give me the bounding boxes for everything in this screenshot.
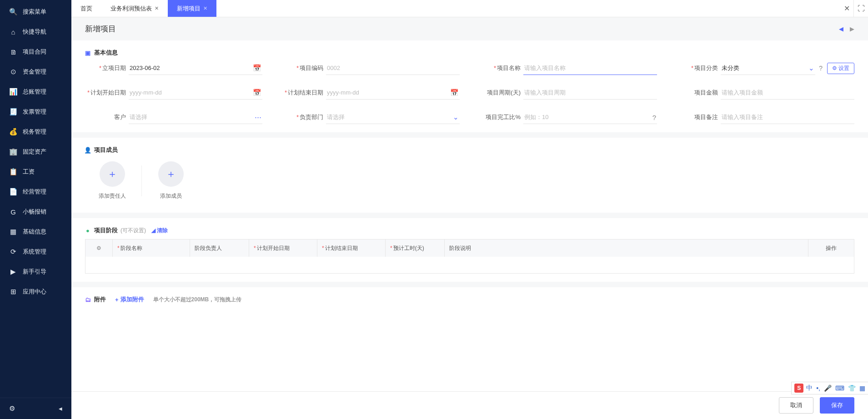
sidebar-item-expense[interactable]: G小畅报销 xyxy=(0,202,71,222)
sidebar-item-invoice[interactable]: 🧾发票管理 xyxy=(0,102,71,122)
ime-lang[interactable]: 中 xyxy=(806,384,813,392)
project-category-select[interactable] xyxy=(721,61,815,75)
col-header: 预计工时(天) xyxy=(393,244,424,252)
project-period-input[interactable] xyxy=(523,86,657,100)
gear-icon: ⚙ xyxy=(832,65,837,71)
field-label: 项目编码 xyxy=(300,65,323,71)
sidebar-item-label: 基础信息 xyxy=(23,228,46,236)
sidebar-item-label: 新手引导 xyxy=(23,268,46,276)
col-header: 阶段说明 xyxy=(449,244,471,252)
tab-new-project[interactable]: 新增项目✕ xyxy=(168,0,216,17)
section-title-basic: 基本信息 xyxy=(94,49,118,57)
help-icon[interactable]: ? xyxy=(652,114,656,121)
phase-table-body[interactable] xyxy=(85,257,854,273)
phase-settings-column[interactable]: ⚙ xyxy=(85,239,113,257)
more-icon[interactable]: ⋯ xyxy=(255,113,261,121)
close-icon[interactable]: ✕ xyxy=(203,5,207,11)
calendar-icon[interactable]: 📅 xyxy=(253,89,261,97)
field-label: 项目完工比% xyxy=(486,114,521,120)
section-title-members: 项目成员 xyxy=(94,146,118,154)
sidebar-item-quicknav[interactable]: ⌂快捷导航 xyxy=(0,22,71,42)
field-label: 项目备注 xyxy=(694,114,718,120)
sidebar-search-label: 搜索菜单 xyxy=(23,8,46,16)
grid-icon: ▦ xyxy=(9,228,17,236)
sidebar-item-guide[interactable]: ▶新手引导 xyxy=(0,262,71,282)
department-select[interactable] xyxy=(326,110,460,124)
invoice-icon: 🧾 xyxy=(9,108,17,116)
estab-date-input[interactable] xyxy=(129,61,262,75)
plan-end-input[interactable] xyxy=(326,86,460,100)
ime-punct-icon[interactable]: •, xyxy=(816,384,820,392)
chevron-down-icon[interactable]: ⌄ xyxy=(453,113,459,121)
section-title-phases: 项目阶段 xyxy=(94,226,118,234)
save-button[interactable]: 保存 xyxy=(820,397,854,414)
ime-skin-icon[interactable]: 👕 xyxy=(848,384,856,392)
fullscreen-button[interactable]: ⛶ xyxy=(853,0,868,17)
section-subtitle: (可不设置) xyxy=(120,227,146,234)
field-label: 项目周期(天) xyxy=(487,89,521,96)
stage-icon: ● xyxy=(85,228,90,233)
guide-icon: ▶ xyxy=(9,268,17,276)
collapse-icon[interactable]: ◂ xyxy=(59,404,62,413)
calendar-icon[interactable]: 📅 xyxy=(253,64,261,72)
col-header: 操作 xyxy=(826,244,837,252)
project-amount-input[interactable] xyxy=(721,86,854,100)
calendar-icon[interactable]: 📅 xyxy=(450,89,459,97)
ime-keyboard-icon[interactable]: ⌨ xyxy=(835,384,844,392)
field-label: 客户 xyxy=(114,114,126,120)
category-settings-button[interactable]: ⚙设置 xyxy=(827,63,854,74)
field-label: 计划结束日期 xyxy=(288,89,323,96)
sidebar-item-apps[interactable]: ⊞应用中心 xyxy=(0,282,71,302)
remark-input[interactable] xyxy=(721,110,854,124)
plus-icon: ＋ xyxy=(107,167,117,181)
info-icon: ▣ xyxy=(85,50,90,55)
customer-select[interactable] xyxy=(129,110,262,124)
help-icon[interactable]: ? xyxy=(819,65,823,72)
page-title: 新增项目 xyxy=(85,24,839,34)
prev-record-button[interactable]: ◀ xyxy=(839,25,843,32)
close-all-button[interactable]: ✕ xyxy=(840,0,853,17)
col-header: 计划开始日期 xyxy=(257,244,290,252)
add-owner-button[interactable]: ＋ 添加责任人 xyxy=(85,161,140,200)
sidebar-item-label: 工资 xyxy=(23,168,35,176)
plan-start-input[interactable] xyxy=(129,86,262,100)
add-member-label: 添加成员 xyxy=(160,192,182,200)
chevron-down-icon[interactable]: ⌄ xyxy=(808,64,814,72)
plus-icon: ＋ xyxy=(166,167,176,181)
page-header: 新增项目 ◀ ▶ xyxy=(71,17,868,40)
tab-home[interactable]: 首页 xyxy=(71,0,101,17)
completion-input[interactable] xyxy=(523,110,657,124)
sidebar-item-contract[interactable]: 🗎项目合同 xyxy=(0,42,71,62)
ime-mic-icon[interactable]: 🎤 xyxy=(824,384,832,392)
ime-menu-icon[interactable]: ▦ xyxy=(859,384,865,392)
col-header: 计划结束日期 xyxy=(325,244,358,252)
topbar: 首页 业务利润预估表✕ 新增项目✕ ✕ ⛶ xyxy=(71,0,868,17)
attachment-icon: 🗂 xyxy=(85,297,90,302)
sidebar-item-payroll[interactable]: 📋工资 xyxy=(0,162,71,182)
person-icon: 👤 xyxy=(85,147,90,153)
cancel-button[interactable]: 取消 xyxy=(779,397,813,414)
sidebar-item-system[interactable]: ⟳系统管理 xyxy=(0,242,71,262)
sidebar-item-funds[interactable]: ⊙资金管理 xyxy=(0,62,71,82)
sidebar-item-tax[interactable]: 💰税务管理 xyxy=(0,122,71,142)
add-member-button[interactable]: ＋ 添加成员 xyxy=(144,161,198,200)
gear-icon[interactable]: ⚙ xyxy=(9,404,15,413)
tab-label: 业务利润预估表 xyxy=(110,5,152,13)
sidebar-item-basic[interactable]: ▦基础信息 xyxy=(0,222,71,242)
sidebar-item-operations[interactable]: 📄经营管理 xyxy=(0,182,71,202)
expense-icon: G xyxy=(9,208,17,216)
project-code-input[interactable] xyxy=(326,61,460,75)
sidebar-item-assets[interactable]: 🏢固定资产 xyxy=(0,142,71,162)
tab-profit[interactable]: 业务利润预估表✕ xyxy=(101,0,168,17)
sidebar-search[interactable]: 🔍 搜索菜单 xyxy=(0,2,71,22)
project-name-input[interactable] xyxy=(523,61,657,75)
sidebar-item-label: 小畅报销 xyxy=(23,208,46,216)
search-icon: 🔍 xyxy=(9,8,17,16)
sidebar-item-ledger[interactable]: 📊总账管理 xyxy=(0,82,71,102)
sidebar-item-label: 发票管理 xyxy=(23,108,46,116)
add-attachment-button[interactable]: +添加附件 xyxy=(115,295,144,304)
close-icon[interactable]: ✕ xyxy=(155,5,159,11)
clear-phases-button[interactable]: ◢清除 xyxy=(151,227,168,234)
sidebar-item-label: 税务管理 xyxy=(23,128,46,136)
attachment-hint: 单个大小不超过200MB，可拖拽上传 xyxy=(153,296,242,304)
